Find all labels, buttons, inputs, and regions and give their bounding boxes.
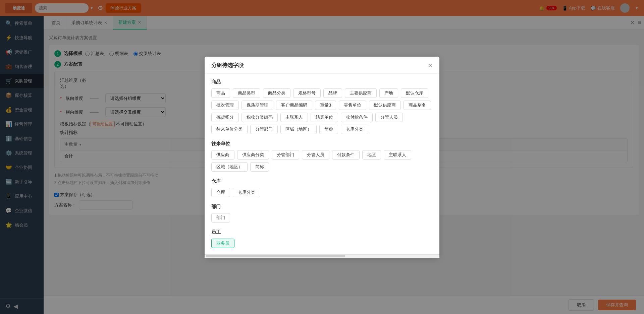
field-chip-supplier-category[interactable]: 供应商分类	[237, 150, 269, 160]
field-chip-partner-abbr[interactable]: 简称	[250, 162, 269, 172]
field-chip-spec-model[interactable]: 规格型号	[293, 88, 321, 98]
modal-section-warehouse-title: 仓库	[211, 178, 433, 184]
modal-section-partner-title: 往来单位	[211, 141, 433, 147]
field-chip-product-alias[interactable]: 商品别名	[404, 101, 431, 110]
field-chip-pick-points[interactable]: 拣货积分	[211, 113, 239, 122]
field-chip-partner-region[interactable]: 地区	[362, 150, 381, 160]
employee-field-grid: 业务员	[211, 239, 433, 248]
field-chip-batch-mgmt[interactable]: 批次管理	[211, 101, 239, 110]
warehouse-field-grid: 仓库 仓库分类	[211, 188, 433, 197]
field-chip-brand[interactable]: 品牌	[323, 88, 342, 98]
field-chip-partner-dept[interactable]: 分管部门	[272, 150, 299, 160]
field-chip-main-supplier[interactable]: 主要供应商	[345, 88, 377, 98]
modal-section-warehouse: 仓库 仓库 仓库分类	[211, 178, 433, 197]
modal-section-dept: 部门 部门	[211, 204, 433, 223]
modal-overlay: 分组待选字段 ✕ 商品 商品 商品类型 商品分类 规格型号 品牌 主要供应商 产…	[0, 0, 644, 314]
modal-section-product-title: 商品	[211, 79, 433, 85]
modal-section-dept-title: 部门	[211, 204, 433, 210]
field-chip-region[interactable]: 区域（地区）	[280, 125, 317, 134]
field-chip-supplier[interactable]: 供应商	[211, 150, 234, 160]
field-chip-department[interactable]: 部门	[211, 213, 230, 223]
field-chip-payment-terms[interactable]: 收付款条件	[341, 113, 373, 122]
field-chip-default-warehouse[interactable]: 默认仓库	[401, 88, 428, 98]
field-chip-customer-code[interactable]: 客户商品编码	[276, 101, 312, 110]
field-chip-warehouse-cat[interactable]: 仓库分类	[341, 125, 368, 134]
field-chip-dept[interactable]: 分管部门	[250, 125, 278, 134]
field-chip-product-category[interactable]: 商品分类	[263, 88, 290, 98]
modal-section-product: 商品 商品 商品类型 商品分类 规格型号 品牌 主要供应商 产地 默认仓库 批次…	[211, 79, 433, 134]
modal-section-employee: 员工 业务员	[211, 229, 433, 248]
field-chip-warehouse-category[interactable]: 仓库分类	[233, 188, 260, 197]
field-chip-warehouse[interactable]: 仓库	[211, 188, 230, 197]
field-chip-expiry-mgmt[interactable]: 保质期管理	[241, 101, 273, 110]
field-chip-retail-unit[interactable]: 零售单位	[339, 101, 366, 110]
field-chip-tax-code[interactable]: 税收分类编码	[241, 113, 278, 122]
field-chip-main-contact[interactable]: 主联系人	[280, 113, 308, 122]
field-chip-default-supplier[interactable]: 默认供应商	[369, 101, 401, 110]
hscroll-thumb[interactable]	[206, 255, 345, 257]
modal-close-btn[interactable]: ✕	[428, 62, 433, 69]
field-chip-partner-area[interactable]: 区域（地区）	[211, 162, 248, 172]
field-chip-settlement-unit[interactable]: 结算单位	[311, 113, 338, 122]
modal-body: 商品 商品 商品类型 商品分类 规格型号 品牌 主要供应商 产地 默认仓库 批次…	[205, 74, 439, 254]
modal-section-partner: 往来单位 供应商 供应商分类 分管部门 分管人员 付款条件 地区 主联系人 区域…	[211, 141, 433, 172]
field-chip-product[interactable]: 商品	[211, 88, 230, 98]
field-chip-supervisor[interactable]: 分管人员	[375, 113, 403, 122]
field-chip-partner-contact[interactable]: 主联系人	[384, 150, 411, 160]
modal-hscroll[interactable]	[205, 254, 439, 258]
modal-section-employee-title: 员工	[211, 229, 433, 235]
field-selection-modal: 分组待选字段 ✕ 商品 商品 商品类型 商品分类 规格型号 品牌 主要供应商 产…	[205, 57, 439, 258]
product-field-grid: 商品 商品类型 商品分类 规格型号 品牌 主要供应商 产地 默认仓库 批次管理 …	[211, 88, 433, 134]
field-chip-salesperson[interactable]: 业务员	[211, 239, 234, 248]
modal-header: 分组待选字段 ✕	[205, 57, 439, 74]
modal-title: 分组待选字段	[211, 62, 244, 69]
field-chip-partner-category[interactable]: 往来单位分类	[211, 125, 248, 134]
field-chip-origin[interactable]: 产地	[379, 88, 398, 98]
field-chip-abbr[interactable]: 简称	[319, 125, 338, 134]
field-chip-partner-supervisor[interactable]: 分管人员	[302, 150, 329, 160]
partner-field-grid: 供应商 供应商分类 分管部门 分管人员 付款条件 地区 主联系人 区域（地区） …	[211, 150, 433, 172]
field-chip-weight[interactable]: 重量3	[315, 101, 336, 110]
field-chip-partner-payment[interactable]: 付款条件	[332, 150, 360, 160]
dept-field-grid: 部门	[211, 213, 433, 223]
field-chip-product-type[interactable]: 商品类型	[233, 88, 260, 98]
